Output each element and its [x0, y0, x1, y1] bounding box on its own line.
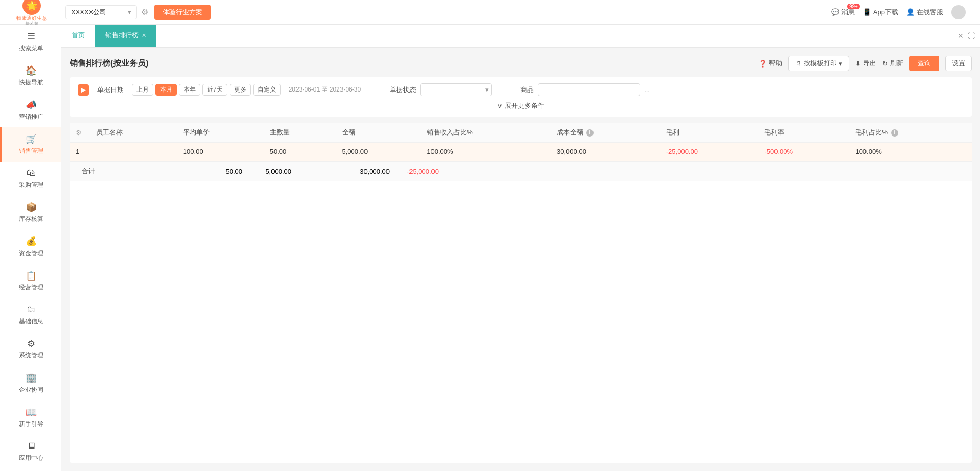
app-download-button[interactable]: 📱 App下载 [863, 8, 898, 17]
sidebar-item-sales[interactable]: 🛒 销售管理 [0, 127, 61, 162]
column-settings-icon[interactable]: ⚙ [76, 129, 82, 137]
sidebar-item-guide[interactable]: 📖 新手引导 [0, 400, 61, 435]
goods-more[interactable]: ... [644, 86, 650, 94]
trial-button[interactable]: 体验行业方案 [154, 5, 211, 20]
company-selector[interactable]: XXXXX公司 ▾ [65, 5, 137, 19]
logo-icon: 🌟 [22, 0, 41, 15]
tab-close-icon[interactable]: ✕ [142, 32, 146, 39]
finance-icon: 💰 [26, 236, 37, 247]
template-print-label: 按模板打印 [804, 59, 837, 68]
data-table: ⚙ 员工名称 平均单价 主数量 全额 销售收入占比% 成本全额 i 毛利 [70, 123, 972, 161]
this-month-button[interactable]: 本月 [155, 84, 177, 96]
sidebar-item-app-center[interactable]: 🖥 应用中心 [0, 435, 61, 468]
tab-expand-icon[interactable]: ⛶ [968, 32, 975, 40]
tab-sales-rank-label: 销售排行榜 [105, 31, 139, 40]
col-amount: 全额 [336, 123, 421, 143]
col-avg-price: 平均单价 [177, 123, 264, 143]
filter-row-1: ▶ 单据日期 上月 本月 本年 近7天 更多 自定义 2023-06-01 至 … [78, 83, 964, 96]
prev-month-button[interactable]: 上月 [132, 84, 153, 96]
tab-home-label: 首页 [72, 31, 85, 40]
date-buttons: 上月 本月 本年 近7天 更多 自定义 [132, 84, 281, 96]
sidebar-label: 采购管理 [19, 181, 43, 189]
settings-button[interactable]: 设置 [945, 56, 972, 71]
goods-filter: 商品 ... [520, 83, 650, 96]
last-7days-button[interactable]: 近7天 [202, 84, 227, 96]
help-button[interactable]: ❓ 帮助 [759, 59, 782, 68]
refresh-button[interactable]: ↻ 刷新 [882, 59, 903, 68]
message-button[interactable]: 💬 消息 99+ [831, 8, 855, 17]
company-name: XXXXX公司 [71, 8, 106, 17]
refresh-icon: ↻ [882, 60, 888, 68]
col-settings: ⚙ [70, 123, 90, 143]
sidebar-label: 搜索菜单 [19, 44, 43, 53]
sidebar-label: 经营管理 [19, 283, 43, 292]
content-area: 首页 销售排行榜 ✕ ✕ ⛶ 销售排行榜(按业务员) ❓ 帮助 [61, 25, 980, 471]
doc-status-label: 单据状态 [390, 85, 416, 95]
avatar[interactable] [951, 5, 966, 19]
expand-label: 展开更多条件 [505, 101, 544, 110]
table-body: 1 100.00 50.00 5,000.00 100.00% 30,000.0… [70, 143, 972, 161]
refresh-label: 刷新 [890, 59, 903, 68]
sidebar-label: 系统管理 [19, 351, 43, 360]
sidebar-item-inventory[interactable]: 📦 库存核算 [0, 195, 61, 230]
logo-text: 畅康通好生意 [16, 16, 47, 21]
footer-label: 合计 [76, 167, 95, 176]
message-icon: 💬 [831, 8, 839, 16]
page-content: 销售排行榜(按业务员) ❓ 帮助 🖨 按模板打印 ▾ ⬇ 导出 [61, 48, 980, 471]
gear-icon[interactable]: ⚙ [141, 7, 148, 17]
export-button[interactable]: ⬇ 导出 [855, 59, 876, 68]
tab-close-all-icon[interactable]: ✕ [958, 32, 964, 40]
cost-info-icon[interactable]: i [586, 129, 594, 137]
sidebar-item-enterprise[interactable]: 🏢 企业协同 [0, 366, 61, 400]
sidebar-label: 基础信息 [19, 317, 43, 326]
sidebar-item-search-order[interactable]: ☰ 搜索菜单 [0, 25, 61, 59]
col-sales-pct: 销售收入占比% [421, 123, 551, 143]
doc-status-filter: 单据状态 [390, 83, 492, 96]
online-service-button[interactable]: 👤 在线客服 [906, 8, 943, 17]
filter-row-expand: ∨ 展开更多条件 [78, 101, 964, 110]
col-qty: 主数量 [264, 123, 336, 143]
profit-pct-info-icon[interactable]: i [891, 129, 898, 137]
help-label: 帮助 [769, 59, 782, 68]
app-label: App下载 [873, 8, 898, 17]
filter-arrow-button[interactable]: ▶ [78, 84, 89, 96]
sidebar-item-marketing[interactable]: 📣 营销推广 [0, 93, 61, 127]
inventory-icon: 📦 [26, 201, 37, 213]
tab-sales-rank[interactable]: 销售排行榜 ✕ [95, 25, 156, 47]
service-label: 在线客服 [917, 8, 943, 17]
custom-button[interactable]: 自定义 [253, 84, 281, 96]
purchase-icon: 🛍 [27, 168, 36, 178]
sidebar-item-basic-info[interactable]: 🗂 基础信息 [0, 298, 61, 332]
chevron-down-icon: ▾ [128, 8, 131, 16]
tab-home[interactable]: 首页 [61, 25, 95, 47]
sidebar-item-finance[interactable]: 💰 资金管理 [0, 230, 61, 264]
query-button[interactable]: 查询 [909, 56, 939, 71]
operation-icon: 📋 [26, 270, 37, 281]
sidebar-item-operation[interactable]: 📋 经营管理 [0, 264, 61, 298]
cell-profit: -25,000.00 [660, 143, 759, 161]
expand-down-icon: ∨ [497, 102, 503, 110]
topbar: 🌟 畅康通好生意 标准版 XXXXX公司 ▾ ⚙ 体验行业方案 💬 消息 99+… [0, 0, 980, 25]
goods-input[interactable] [538, 83, 640, 96]
sidebar-item-wechat[interactable]: 💬 企业微信 [0, 468, 61, 471]
doc-status-select[interactable] [420, 83, 492, 96]
expand-button[interactable]: ∨ 展开更多条件 [497, 101, 544, 110]
this-year-button[interactable]: 本年 [179, 84, 200, 96]
more-button[interactable]: 更多 [230, 84, 251, 96]
footer-amount: 5,000.00 [250, 168, 291, 175]
cell-profit-rate: -500.00% [758, 143, 849, 161]
table-footer: 合计 50.00 5,000.00 30,000.00 -25,000.00 [70, 161, 972, 181]
sidebar-item-system[interactable]: ⚙ 系统管理 [0, 332, 61, 366]
goods-label: 商品 [520, 85, 534, 95]
system-icon: ⚙ [27, 338, 35, 349]
sidebar-item-shortcut[interactable]: 🏠 快捷导航 [0, 59, 61, 93]
template-print-button[interactable]: 🖨 按模板打印 ▾ [788, 56, 849, 71]
sales-icon: 🛒 [26, 133, 37, 145]
sidebar-label: 应用中心 [19, 454, 43, 462]
page-title: 销售排行榜(按业务员) [70, 58, 149, 69]
filter-bar: ▶ 单据日期 上月 本月 本年 近7天 更多 自定义 2023-06-01 至 … [70, 77, 972, 117]
marketing-icon: 📣 [26, 99, 37, 110]
sidebar-item-purchase[interactable]: 🛍 采购管理 [0, 162, 61, 195]
table-row: 1 100.00 50.00 5,000.00 100.00% 30,000.0… [70, 143, 972, 161]
footer-cost: 30,000.00 [349, 168, 390, 175]
